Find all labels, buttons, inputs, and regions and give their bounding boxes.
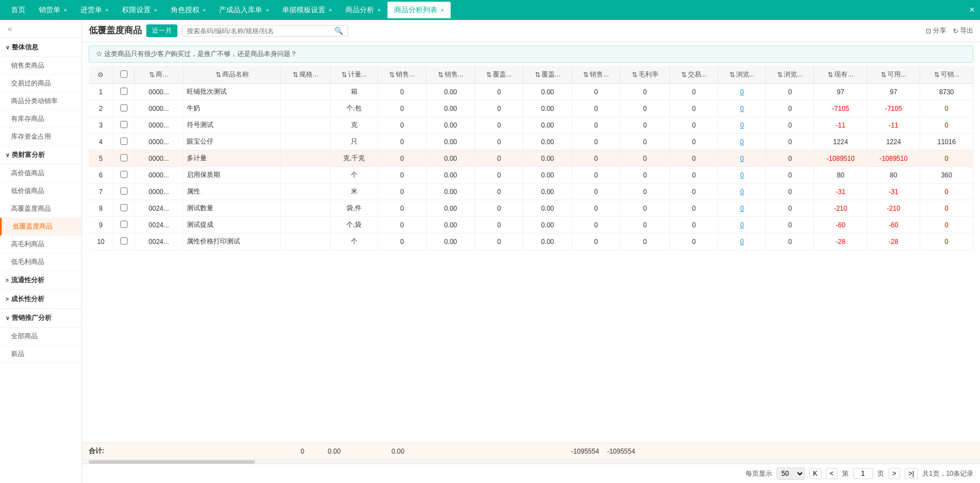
row-checkbox[interactable] xyxy=(113,184,134,200)
sidebar-collapse-button[interactable]: « xyxy=(4,23,16,34)
row-select-checkbox[interactable] xyxy=(120,221,127,228)
nav-tab-product-in[interactable]: 产成品入库单 × xyxy=(212,2,275,18)
last-page-button[interactable]: >| xyxy=(905,468,918,479)
nav-tab-template[interactable]: 单据模板设置 × xyxy=(275,2,339,18)
col-spec[interactable]: ⇅规格... xyxy=(281,66,330,84)
row-select-checkbox[interactable] xyxy=(120,88,127,95)
sidebar-item-high-value[interactable]: 高价值商品 xyxy=(0,165,81,182)
row-browse1[interactable]: 0 xyxy=(718,117,766,134)
col-browse1[interactable]: ⇅浏览... xyxy=(718,66,766,84)
sidebar-item-sales-goods[interactable]: 销售类商品 xyxy=(0,57,81,75)
nav-tab-permissions[interactable]: 权限设置 × xyxy=(115,2,164,18)
row-browse1[interactable]: 0 xyxy=(718,134,766,150)
col-name[interactable]: ⇅商品名称 xyxy=(183,66,281,84)
row-checkbox[interactable] xyxy=(113,200,134,217)
close-icon[interactable]: × xyxy=(377,7,381,13)
close-icon[interactable]: × xyxy=(203,7,206,13)
row-checkbox[interactable] xyxy=(113,100,134,117)
sidebar-group-general[interactable]: ∨ 整体信息 xyxy=(0,38,81,57)
row-select-checkbox[interactable] xyxy=(120,121,127,128)
sidebar-group-wealth[interactable]: ∨ 类财富分析 xyxy=(0,146,81,165)
row-checkbox[interactable] xyxy=(113,84,134,100)
sidebar-item-new-goods[interactable]: 新品 xyxy=(0,345,81,363)
row-browse1[interactable]: 0 xyxy=(718,84,766,100)
sidebar-item-low-margin[interactable]: 低毛利商品 xyxy=(0,253,81,271)
sidebar-item-stock-value[interactable]: 库存资金占用 xyxy=(0,128,81,146)
nav-tab-home[interactable]: 首页 xyxy=(4,2,32,18)
row-checkbox[interactable] xyxy=(113,217,134,233)
nav-tab-roles[interactable]: 角色授权 × xyxy=(164,2,213,18)
close-icon[interactable]: × xyxy=(441,7,444,13)
row-browse1[interactable]: 0 xyxy=(718,200,766,217)
row-browse1[interactable]: 0 xyxy=(718,167,766,184)
sidebar-item-high-coverage[interactable]: 高覆盖度商品 xyxy=(0,200,81,218)
row-checkbox[interactable] xyxy=(113,233,134,250)
row-browse1[interactable]: 0 xyxy=(718,233,766,250)
sidebar-item-all-goods[interactable]: 全部商品 xyxy=(0,328,81,345)
row-select-checkbox[interactable] xyxy=(120,138,127,145)
col-code[interactable]: ⇅商... xyxy=(134,66,183,84)
row-unit: 克,千克 xyxy=(330,150,378,167)
nav-tab-product-analysis[interactable]: 商品分析 × xyxy=(339,2,387,18)
sidebar-group-liquidity[interactable]: > 流通性分析 xyxy=(0,271,81,290)
col-cover1[interactable]: ⇅覆盖... xyxy=(475,66,523,84)
row-checkbox[interactable] xyxy=(113,117,134,134)
per-page-select[interactable]: 50 100 200 xyxy=(777,467,805,480)
close-icon[interactable]: × xyxy=(105,7,109,13)
col-sales1[interactable]: ⇅销售... xyxy=(378,66,426,84)
row-select-checkbox[interactable] xyxy=(120,104,127,111)
col-stock3[interactable]: ⇅可销... xyxy=(920,66,973,84)
close-icon[interactable]: × xyxy=(266,7,269,13)
row-checkbox[interactable] xyxy=(113,167,134,184)
col-margin[interactable]: ⇅毛利率 xyxy=(620,66,670,84)
sidebar-item-low-value[interactable]: 低价值商品 xyxy=(0,182,81,200)
row-checkbox[interactable] xyxy=(113,134,134,150)
col-stock1[interactable]: ⇅现有... xyxy=(814,66,867,84)
row-browse1[interactable]: 0 xyxy=(718,217,766,233)
prev-page-button[interactable]: < xyxy=(826,468,838,479)
col-unit[interactable]: ⇅计量... xyxy=(330,66,378,84)
page-number-input[interactable] xyxy=(853,468,873,479)
row-browse1[interactable]: 0 xyxy=(718,184,766,200)
col-sales3[interactable]: ⇅销售... xyxy=(572,66,620,84)
row-checkbox[interactable] xyxy=(113,150,134,167)
nav-tab-purchase[interactable]: 进货单 × xyxy=(74,2,115,18)
nav-tab-sales[interactable]: 销货单 × xyxy=(32,2,74,18)
close-icon[interactable]: × xyxy=(154,7,157,13)
row-select-checkbox[interactable] xyxy=(120,237,127,245)
row-select-checkbox[interactable] xyxy=(120,187,127,195)
next-page-button[interactable]: > xyxy=(889,468,900,479)
close-icon[interactable]: × xyxy=(329,7,332,13)
row-cover2: 0.00 xyxy=(523,100,572,117)
sidebar-item-stocked-goods[interactable]: 有库存商品 xyxy=(0,110,81,128)
row-browse1[interactable]: 0 xyxy=(718,100,766,117)
share-button[interactable]: ⊡ 分享 xyxy=(926,26,946,35)
horizontal-scrollbar[interactable] xyxy=(82,459,980,464)
row-select-checkbox[interactable] xyxy=(120,154,127,161)
row-browse2: 0 xyxy=(766,184,814,200)
sidebar-group-growth[interactable]: > 成长性分析 xyxy=(0,290,81,309)
sidebar-group-marketing[interactable]: ∨ 营销推广分析 xyxy=(0,309,81,328)
sidebar-item-high-margin[interactable]: 高毛利商品 xyxy=(0,236,81,253)
sidebar-item-low-coverage[interactable]: 低覆盖度商品 xyxy=(0,218,81,236)
select-all-checkbox[interactable] xyxy=(120,70,127,78)
search-input[interactable] xyxy=(187,27,334,35)
sidebar-item-category-rate[interactable]: 商品分类动销率 xyxy=(0,93,81,110)
row-browse1[interactable]: 0 xyxy=(718,150,766,167)
col-trade[interactable]: ⇅交易... xyxy=(670,66,718,84)
col-stock2[interactable]: ⇅可用... xyxy=(867,66,920,84)
col-browse2[interactable]: ⇅浏览... xyxy=(766,66,814,84)
nav-tab-product-analysis-list[interactable]: 商品分析列表 × xyxy=(387,2,451,18)
nav-close-button[interactable]: × xyxy=(969,5,974,15)
col-cover2[interactable]: ⇅覆盖... xyxy=(523,66,572,84)
col-settings[interactable]: ⚙ xyxy=(89,66,113,84)
col-sales2[interactable]: ⇅销售... xyxy=(426,66,475,84)
first-page-button[interactable]: K xyxy=(809,468,821,479)
row-select-checkbox[interactable] xyxy=(120,171,127,178)
col-checkbox[interactable] xyxy=(113,66,134,84)
sidebar-item-traded-goods[interactable]: 交易过的商品 xyxy=(0,75,81,93)
time-filter-button[interactable]: 近一月 xyxy=(146,24,177,37)
close-icon[interactable]: × xyxy=(64,7,67,13)
row-select-checkbox[interactable] xyxy=(120,204,127,211)
export-button[interactable]: ↻ 导出 xyxy=(953,26,973,35)
